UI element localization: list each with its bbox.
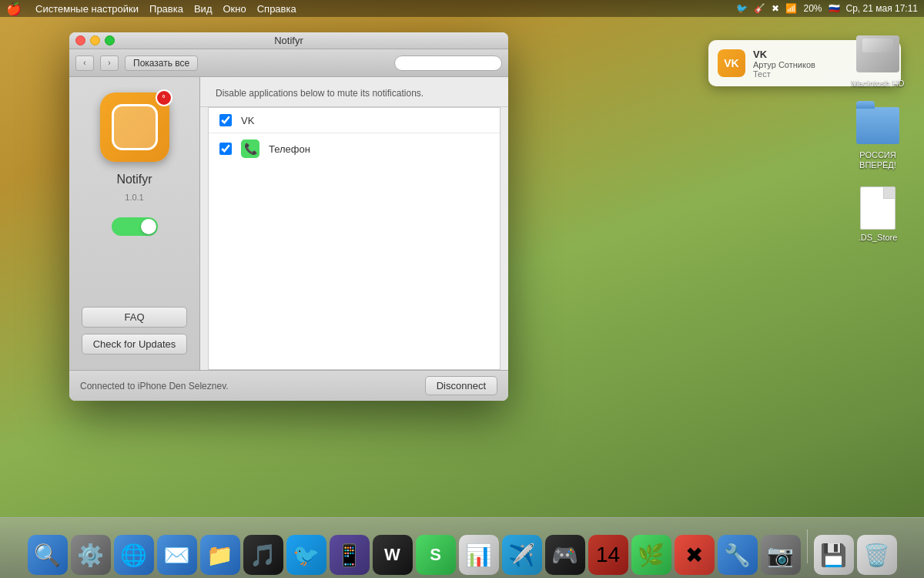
- menubar-right: 🐦 🎸 ✖ 📶 20% 🇷🇺 Ср, 21 мая 17:11: [736, 3, 918, 14]
- menubar-left: 🍎 Системные настройки Правка Вид Окно Сп…: [6, 2, 296, 16]
- app-icon-inner: [112, 104, 158, 150]
- window-titlebar: Notifyr: [69, 32, 508, 49]
- dock-item-gear[interactable]: ⚙️: [71, 535, 111, 575]
- dock-item-skype[interactable]: S: [416, 535, 456, 575]
- menu-edit[interactable]: Правка: [149, 3, 183, 15]
- toggle-switch[interactable]: [112, 217, 158, 236]
- doc-icon: [856, 187, 899, 230]
- desktop: VK VK Артур Сотников Тест Macintosh HD Р…: [0, 17, 924, 517]
- traffic-lights: [75, 35, 115, 45]
- notif-content: VK Артур Сотников Тест: [753, 49, 815, 79]
- notif-message: Тест: [753, 69, 815, 79]
- menubar-datetime: Ср, 21 мая 17:11: [846, 3, 918, 14]
- menubar: 🍎 Системные настройки Правка Вид Окно Сп…: [0, 0, 924, 17]
- search-input[interactable]: [394, 55, 502, 71]
- hdd-label: Macintosh HD: [851, 79, 904, 89]
- phone-checkbox[interactable]: [219, 143, 232, 155]
- phone-app-name: Телефон: [269, 143, 310, 155]
- faq-button[interactable]: FAQ: [82, 307, 187, 328]
- dock-item-files[interactable]: 📁: [200, 535, 240, 575]
- dock-item-trash[interactable]: 🗑️: [857, 535, 897, 575]
- table-row: 📞 Телефон: [209, 133, 500, 164]
- app-badge: °: [156, 89, 172, 106]
- desktop-icon-doc[interactable]: .DS_Store: [847, 187, 909, 243]
- menu-view[interactable]: Вид: [194, 3, 213, 15]
- dock-separator: [807, 529, 808, 563]
- panel-header: Disable applications below to mute its n…: [200, 77, 508, 107]
- app-sidebar: ° Notifyr 1.0.1 FAQ Check for Updates: [69, 77, 200, 370]
- minimize-button[interactable]: [90, 35, 100, 45]
- dock-item-tools[interactable]: 🔧: [718, 535, 758, 575]
- menubar-flag: 🇷🇺: [829, 3, 840, 14]
- dock-item-finder[interactable]: 🔍: [28, 535, 68, 575]
- back-button[interactable]: ‹: [75, 55, 94, 71]
- desktop-icon-folder[interactable]: РОССИЯ ВПЕРЁД!: [847, 104, 909, 170]
- close-button[interactable]: [75, 35, 85, 45]
- apps-list: VK 📞 Телефон: [208, 107, 500, 370]
- main-panel: Disable applications below to mute its n…: [200, 77, 508, 370]
- menu-help[interactable]: Справка: [257, 3, 296, 15]
- maximize-button[interactable]: [105, 35, 115, 45]
- vk-app-name: VK: [241, 115, 254, 126]
- window-statusbar: Connected to iPhone Den Seleznev. Discon…: [69, 370, 508, 401]
- menubar-icon1: 🎸: [754, 3, 765, 14]
- menubar-icon2: ✖: [772, 3, 779, 14]
- check-updates-button[interactable]: Check for Updates: [82, 334, 187, 355]
- folder-label: РОССИЯ ВПЕРЁД!: [847, 150, 909, 170]
- show-all-button[interactable]: Показать все: [125, 55, 198, 71]
- dock-item-mail[interactable]: ✉️: [157, 535, 197, 575]
- desktop-icon-hdd[interactable]: Macintosh HD: [847, 32, 909, 89]
- window-toolbar: ‹ › Показать все: [69, 49, 508, 77]
- phone-app-icon: 📞: [241, 139, 259, 158]
- menu-window[interactable]: Окно: [223, 3, 246, 15]
- connection-status: Connected to iPhone Den Seleznev.: [80, 381, 229, 391]
- dock-item-twitter[interactable]: 🐦: [286, 535, 326, 575]
- apple-menu[interactable]: 🍎: [6, 2, 22, 16]
- dock-item-steam[interactable]: 🎮: [545, 535, 585, 575]
- dock-item-music[interactable]: 🎵: [243, 535, 283, 575]
- vk-checkbox[interactable]: [219, 114, 232, 126]
- notif-app-icon: VK: [718, 49, 745, 77]
- dock-item-storage[interactable]: 💾: [814, 535, 854, 575]
- app-name-label: Notifyr: [116, 173, 152, 187]
- disconnect-button[interactable]: Disconnect: [425, 376, 497, 395]
- sidebar-buttons: FAQ Check for Updates: [82, 307, 187, 355]
- menubar-twitter-icon: 🐦: [736, 3, 748, 14]
- dock-item-word[interactable]: W: [373, 535, 413, 575]
- menubar-icon3: 📶: [785, 3, 797, 14]
- table-row: VK: [209, 108, 500, 133]
- dock-item-telegram[interactable]: ✈️: [502, 535, 542, 575]
- dock-item-app-red[interactable]: ✖: [675, 535, 715, 575]
- window-content: ° Notifyr 1.0.1 FAQ Check for Updates Di…: [69, 77, 508, 370]
- dock-item-app-green[interactable]: 🌿: [631, 535, 671, 575]
- folder-icon: [856, 104, 899, 147]
- forward-button[interactable]: ›: [100, 55, 119, 71]
- doc-label: .DS_Store: [859, 233, 898, 243]
- dock-item-game[interactable]: 14: [588, 535, 628, 575]
- dock-item-camera[interactable]: 📷: [761, 535, 801, 575]
- dock-item-iosapp[interactable]: 📱: [330, 535, 370, 575]
- toggle-knob: [141, 219, 156, 234]
- menu-system-prefs[interactable]: Системные настройки: [35, 3, 139, 15]
- menubar-battery: 20%: [803, 3, 822, 14]
- dock: 🔍 ⚙️ 🌐 ✉️ 📁 🎵 🐦 📱 W S 📊 ✈️ 🎮 14 🌿 ✖ 🔧 📷 …: [0, 517, 924, 578]
- window-title: Notifyr: [274, 35, 303, 46]
- hdd-icon: [856, 32, 899, 76]
- app-version-label: 1.0.1: [125, 193, 143, 202]
- desktop-icons: Macintosh HD РОССИЯ ВПЕРЁД! .DS_Store: [847, 32, 909, 243]
- notifyr-window: Notifyr ‹ › Показать все ° Notifyr 1.0.1: [69, 32, 508, 401]
- dock-item-safari[interactable]: 🌐: [114, 535, 154, 575]
- notif-sender: Артур Сотников: [753, 60, 815, 69]
- app-icon-large: °: [100, 92, 169, 162]
- notif-title: VK: [753, 49, 815, 60]
- dock-item-calc[interactable]: 📊: [459, 535, 499, 575]
